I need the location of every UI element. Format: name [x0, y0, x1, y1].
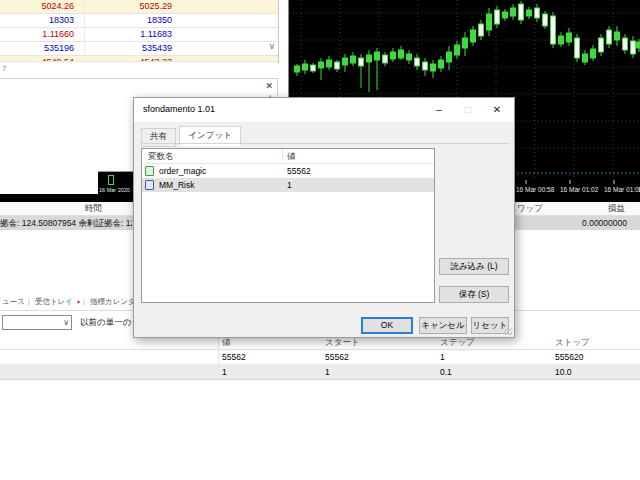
chevron-down-icon: ∨: [63, 318, 69, 327]
candle-icon: [108, 175, 114, 185]
bid-value: 5024.26: [0, 0, 74, 13]
bid-value: 1.11660: [0, 28, 74, 41]
ask-value: 535439: [86, 42, 172, 55]
close-icon[interactable]: ✕: [265, 81, 273, 91]
tab-separator: |: [83, 297, 85, 306]
variable-name: MM_Risk: [159, 178, 194, 192]
column-divider: [218, 350, 219, 364]
ask-value: 18350: [86, 14, 172, 27]
integer-type-icon: [145, 166, 154, 176]
profit-value: 0.00000000: [527, 216, 627, 230]
variable-name: order_magic: [159, 164, 206, 178]
cell-step: 1: [440, 350, 445, 364]
quote-row[interactable]: 18303 18350: [0, 14, 278, 28]
double-type-icon: [145, 180, 154, 190]
clipped-text-stub: 7: [2, 64, 6, 73]
ask-value: 5025.29: [86, 0, 172, 13]
header-value[interactable]: 値: [287, 149, 296, 163]
notification-icon: ▾: [77, 299, 80, 305]
quote-row[interactable]: 5024.26 5025.29: [0, 0, 278, 14]
dialog-title: sfondamento 1.01: [143, 104, 215, 114]
tab-inbox[interactable]: 受信トレイ: [35, 297, 73, 306]
ea-inputs-dialog: sfondamento 1.01 – □ ✕ 共有 インプット 変数名 値 or…: [133, 97, 515, 338]
column-divider: [84, 28, 85, 41]
close-icon[interactable]: ✕: [484, 98, 510, 121]
cell-value: 55562: [222, 350, 246, 364]
tab-separator: |: [28, 297, 30, 306]
cell-start: 55562: [325, 350, 349, 364]
input-row-mm-risk[interactable]: MM_Risk 1: [142, 178, 434, 192]
quote-row[interactable]: 1.11660 1.11683: [0, 28, 278, 42]
time-axis-label: 16 Mar 00:58: [516, 186, 554, 193]
cell-stop: 10.0: [555, 365, 572, 379]
quote-row[interactable]: 535196 535439: [0, 42, 278, 56]
cell-start: 1: [325, 365, 330, 379]
ea-selector-dropdown[interactable]: ∨: [2, 315, 72, 330]
column-time[interactable]: 時間: [0, 203, 102, 215]
minimize-icon[interactable]: –: [426, 98, 452, 121]
scroll-down-icon[interactable]: ∨: [268, 42, 275, 51]
dialog-titlebar[interactable]: sfondamento 1.01 – □ ✕: [134, 98, 514, 123]
chart-date-label: 16 Mar 2020: [99, 187, 130, 193]
chart-edge: [0, 194, 98, 202]
table-row[interactable]: 1 1 0.1 10.0: [0, 365, 640, 380]
tab-news[interactable]: ュース: [2, 297, 25, 306]
cell-step: 0.1: [440, 365, 452, 379]
variable-value[interactable]: 1: [287, 178, 292, 192]
cancel-button[interactable]: キャンセル: [419, 317, 467, 334]
divider: [0, 379, 640, 380]
column-divider: [84, 0, 85, 13]
resize-grip[interactable]: [504, 327, 512, 335]
time-axis-label: 16 Mar 01:02: [560, 186, 598, 193]
input-row-order-magic[interactable]: order_magic 55562: [142, 164, 434, 178]
column-divider: [218, 365, 219, 379]
cell-value: 1: [222, 365, 227, 379]
header-variable-name[interactable]: 変数名: [148, 149, 174, 163]
tab-common[interactable]: 共有: [141, 128, 176, 147]
tester-parameters-table: 値 スタート ステップ ストップ 55562 55562 1 555620 1 …: [0, 335, 640, 380]
market-watch-panel: 5024.26 5025.29 18303 18350 1.11660 1.11…: [0, 0, 279, 63]
dialog-tab-strip: 共有 インプット: [141, 126, 242, 143]
list-header-row: 変数名 値: [142, 149, 434, 164]
header-stop[interactable]: ストップ: [555, 335, 590, 349]
column-divider: [84, 42, 85, 55]
variable-value[interactable]: 55562: [287, 164, 311, 178]
column-divider: [84, 14, 85, 27]
inputs-list: 変数名 値 order_magic 55562 MM_Risk 1: [141, 148, 435, 303]
balance-text: 拠金: 124.50807954 余剰証拠金: 124.508079: [0, 216, 132, 230]
time-axis-label: 16 Mar 01:06: [604, 186, 640, 193]
table-row[interactable]: 55562 55562 1 555620: [0, 350, 640, 365]
bid-value: 535196: [0, 42, 74, 55]
column-profit[interactable]: 損益: [580, 203, 625, 215]
load-button[interactable]: 読み込み (L): [439, 258, 509, 275]
symbol-tab-strip: 7: [0, 62, 278, 79]
background-chart-window[interactable]: 16 Mar 2020: [98, 171, 133, 202]
ask-value: 1.11683: [86, 28, 172, 41]
divider: [141, 143, 509, 144]
ok-button[interactable]: OK: [361, 317, 413, 334]
save-button[interactable]: 保存 (S): [439, 286, 509, 303]
maximize-icon: □: [455, 98, 481, 121]
bid-value: 18303: [0, 14, 74, 27]
mt-terminal-window: 5024.26 5025.29 18303 18350 1.11660 1.11…: [0, 0, 640, 480]
cell-stop: 555620: [555, 350, 583, 364]
